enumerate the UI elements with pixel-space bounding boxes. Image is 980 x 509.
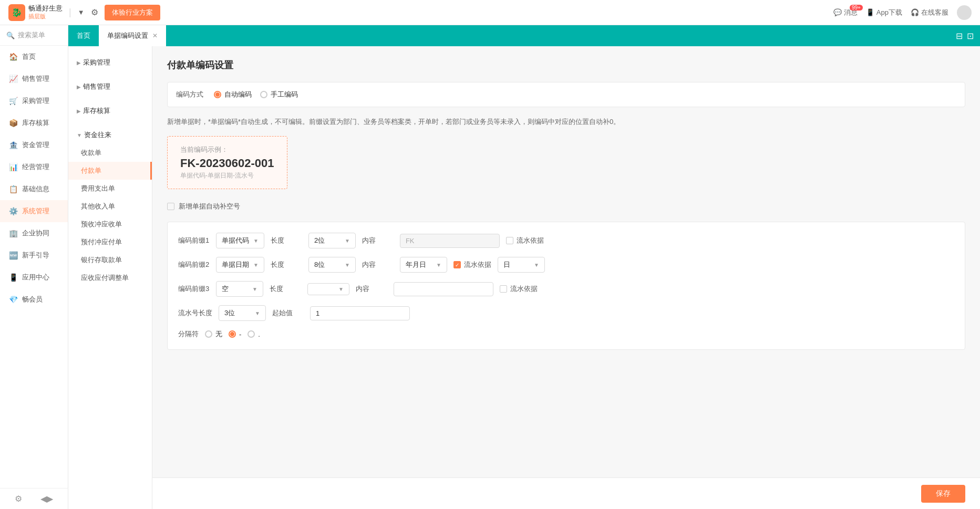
sidebar-item-label: 新手引导: [22, 251, 49, 260]
sidebar-item-home[interactable]: 🏠 首页: [0, 46, 68, 68]
sec-menu-sales-label: 销售管理: [83, 82, 110, 91]
sec-menu-header-capital[interactable]: ▼ 资金往来: [68, 126, 152, 144]
brand-text-block: 畅通好生意 插层版: [28, 4, 63, 20]
radio-auto-code[interactable]: 自动编码: [214, 90, 252, 99]
tab-home[interactable]: 首页: [68, 25, 99, 46]
auto-fill-checkbox[interactable]: [167, 203, 174, 210]
page-title: 付款单编码设置: [167, 59, 965, 71]
form-section: 编码前缀1 单据代码 ▼ 长度 2位 ▼ 内容: [167, 222, 965, 350]
sidebar-item-guide[interactable]: 🆕 新手引导: [0, 244, 68, 266]
tab-expand-icon[interactable]: ⊡: [967, 31, 974, 41]
length3-select[interactable]: ▼: [307, 283, 349, 295]
prefix3-select[interactable]: 空 ▼: [216, 281, 263, 297]
prefix2-label: 编码前缀2: [178, 260, 210, 269]
sidebar-item-finance[interactable]: 🏦 资金管理: [0, 134, 68, 156]
radio-manual-label: 手工编码: [271, 90, 298, 99]
radio-manual-circle: [260, 91, 267, 98]
sec-menu-header-purchase[interactable]: ▶ 采购管理: [68, 54, 152, 71]
sec-menu-group-capital: ▼ 资金往来 收款单 付款单 费用支出单 其他收入单 预收冲应收单 预付冲应付单…: [68, 123, 152, 290]
sidebar: 🔍 搜索菜单 🏠 首页 📈 销售管理 🛒 采购管理 📦 库存核算 🏦: [0, 25, 68, 509]
content3-label: 内容: [356, 284, 387, 294]
prefix2-select[interactable]: 单据日期 ▼: [216, 257, 264, 273]
basic-icon: 📋: [8, 184, 18, 194]
length2-select[interactable]: 8位 ▼: [308, 257, 356, 273]
prefix3-value: 空: [222, 284, 229, 294]
sep-dash-option[interactable]: -: [229, 330, 241, 338]
serial3-label: 流水依据: [510, 284, 538, 294]
radio-auto-label: 自动编码: [224, 90, 252, 99]
sec-menu-item-advance-payment[interactable]: 预付冲应付单: [68, 233, 152, 251]
tab-close-icon[interactable]: ✕: [152, 32, 158, 39]
serial2-unit-arrow-icon: ▼: [534, 262, 539, 268]
sidebar-item-operations[interactable]: 📊 经营管理: [0, 156, 68, 178]
sep-none-option[interactable]: 无: [205, 329, 222, 339]
main-panel: 付款单编码设置 编码方式 自动编码 手工编码: [152, 46, 980, 477]
sec-menu-group-purchase: ▶ 采购管理: [68, 50, 152, 75]
tab-minimize-icon[interactable]: ⊟: [956, 31, 963, 41]
sec-menu-header-sales[interactable]: ▶ 销售管理: [68, 78, 152, 96]
sec-menu-item-other-income[interactable]: 其他收入单: [68, 198, 152, 215]
avatar[interactable]: [957, 5, 972, 20]
content2-select[interactable]: 年月日 ▼: [400, 257, 447, 273]
gear-icon[interactable]: ⚙: [91, 7, 98, 17]
separator-row: 分隔符 无 -: [178, 329, 954, 339]
topbar: 🐉 畅通好生意 插层版 | ▼ ⚙ 体验行业方案 💬 消息 99+ 📱 App下…: [0, 0, 980, 25]
sidebar-item-basic[interactable]: 📋 基础信息: [0, 178, 68, 200]
serial2-checkbox[interactable]: ✓: [453, 261, 461, 268]
service-label: 在线客服: [921, 8, 948, 17]
separator-options: 无 - .: [205, 329, 260, 339]
sidebar-search[interactable]: 🔍 搜索菜单: [0, 25, 68, 46]
sec-menu-capital-label: 资金往来: [84, 130, 111, 140]
sidebar-item-enterprise[interactable]: 🏢 企业协同: [0, 222, 68, 244]
serial3-checkbox[interactable]: [500, 285, 507, 293]
radio-manual-code[interactable]: 手工编码: [260, 90, 298, 99]
sidebar-item-system[interactable]: ⚙️ 系统管理: [0, 200, 68, 222]
sidebar-item-inventory[interactable]: 📦 库存核算: [0, 112, 68, 134]
save-button[interactable]: 保存: [921, 485, 965, 503]
tab-encoding[interactable]: 单据编码设置 ✕: [99, 25, 166, 46]
serial1-checkbox[interactable]: [506, 237, 513, 244]
sep-dot-option[interactable]: .: [247, 330, 260, 338]
sales-icon: 📈: [8, 74, 18, 84]
serial-length-value: 3位: [224, 308, 235, 318]
member-icon: 💎: [8, 295, 18, 304]
serial-length-select[interactable]: 3位 ▼: [219, 305, 266, 321]
sec-menu-item-payment[interactable]: 付款单: [68, 162, 152, 180]
prefix3-label: 编码前缀3: [178, 284, 210, 294]
enterprise-icon: 🏢: [8, 228, 18, 238]
sidebar-item-apps[interactable]: 📱 应用中心: [0, 266, 68, 288]
prefix1-arrow-icon: ▼: [253, 238, 259, 244]
service-icon: 🎧: [911, 8, 919, 16]
message-btn[interactable]: 💬 消息 99+: [833, 8, 858, 17]
length1-select[interactable]: 2位 ▼: [308, 233, 356, 248]
sec-menu-item-expense[interactable]: 费用支出单: [68, 180, 152, 198]
content1-input[interactable]: [400, 234, 500, 248]
sec-menu-item-ar-ap-adjust[interactable]: 应收应付调整单: [68, 269, 152, 287]
sec-menu-item-receipt[interactable]: 收款单: [68, 144, 152, 162]
arrow-down-icon: ▼: [77, 132, 82, 138]
right-section: 首页 单据编码设置 ✕ ⊟ ⊡ ▶ 采购管理: [68, 25, 980, 509]
sidebar-item-sales[interactable]: 📈 销售管理: [0, 68, 68, 90]
tab-encoding-label: 单据编码设置: [107, 31, 148, 40]
sidebar-item-purchase[interactable]: 🛒 采购管理: [0, 90, 68, 112]
content1-label: 内容: [362, 236, 394, 245]
apps-icon: 📱: [8, 273, 18, 282]
settings-footer-icon[interactable]: ⚙: [15, 494, 22, 504]
service-btn[interactable]: 🎧 在线客服: [911, 8, 948, 17]
app-download-btn[interactable]: 📱 App下载: [866, 8, 902, 17]
content3-input[interactable]: [394, 282, 493, 296]
experience-btn[interactable]: 体验行业方案: [105, 5, 160, 20]
topbar-left: 🐉 畅通好生意 插层版 | ▼ ⚙ 体验行业方案: [8, 4, 160, 21]
prefix1-select[interactable]: 单据代码 ▼: [216, 233, 264, 248]
sec-menu-item-advance-receipt[interactable]: 预收冲应收单: [68, 215, 152, 233]
start-value-input[interactable]: [310, 306, 410, 320]
topbar-divider: |: [69, 7, 71, 18]
topbar-dropdown[interactable]: ▼: [78, 8, 85, 16]
sec-menu-item-bank-deposit[interactable]: 银行存取款单: [68, 251, 152, 269]
sidebar-item-member[interactable]: 💎 畅会员: [0, 288, 68, 310]
collapse-icon[interactable]: ◀▶: [40, 494, 53, 504]
content2-value: 年月日: [406, 260, 426, 269]
sec-menu-header-inventory[interactable]: ▶ 库存核算: [68, 102, 152, 120]
serial2-unit-select[interactable]: 日 ▼: [498, 257, 545, 273]
encoding-method-label: 编码方式: [176, 90, 203, 99]
